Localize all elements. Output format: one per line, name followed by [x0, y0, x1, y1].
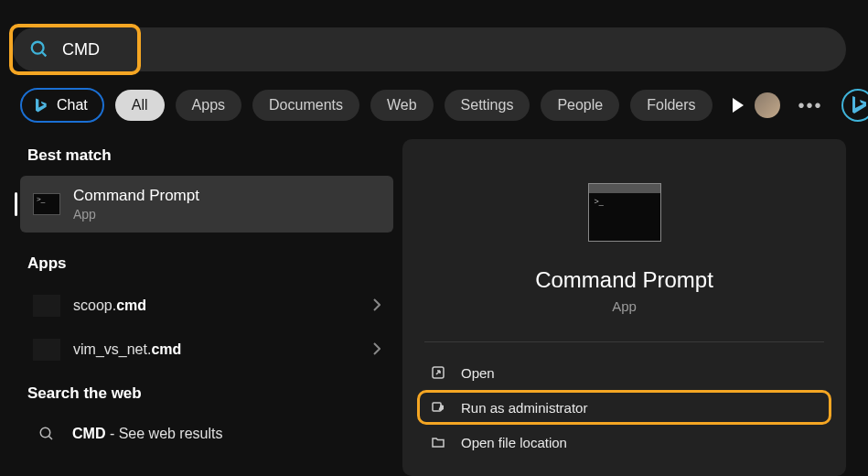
apps-heading: Apps	[20, 254, 393, 273]
preview-title: Command Prompt	[535, 267, 713, 293]
file-icon	[33, 295, 60, 317]
svg-point-0	[32, 42, 44, 54]
svg-line-4	[48, 436, 52, 439]
action-label: Open	[461, 365, 495, 381]
divider	[424, 341, 824, 342]
bing-icon	[31, 96, 49, 114]
chevron-right-icon	[373, 342, 380, 358]
action-open-file-location[interactable]: Open file location	[417, 425, 831, 460]
action-label: Run as administrator	[461, 400, 587, 416]
preview-panel: Command Prompt App Open Run as administr…	[402, 139, 846, 476]
tab-chat-label: Chat	[57, 97, 88, 114]
best-match-subtitle: App	[73, 207, 199, 222]
filter-tabs: Chat All Apps Documents Web Settings Peo…	[20, 88, 848, 123]
open-icon	[430, 364, 446, 381]
bing-chat-icon[interactable]	[841, 89, 868, 122]
file-icon	[33, 339, 60, 361]
tab-web[interactable]: Web	[370, 90, 434, 121]
action-label: Open file location	[461, 435, 567, 450]
web-result-label: CMD - See web results	[72, 426, 380, 442]
best-match-result[interactable]: Command Prompt App	[20, 176, 393, 233]
svg-point-3	[40, 427, 50, 438]
tab-documents[interactable]: Documents	[252, 90, 359, 121]
search-icon	[38, 425, 56, 443]
results-panel: Best match Command Prompt App Apps scoop…	[20, 146, 393, 454]
user-avatar[interactable]	[755, 92, 780, 118]
action-open[interactable]: Open	[417, 355, 831, 390]
command-prompt-icon	[33, 193, 60, 215]
tab-settings[interactable]: Settings	[445, 90, 530, 121]
app-result-label: scoop.cmd	[73, 298, 360, 314]
tab-people[interactable]: People	[541, 90, 619, 121]
command-prompt-large-icon	[588, 183, 661, 242]
best-match-title: Command Prompt	[73, 187, 199, 205]
chevron-right-icon	[373, 298, 380, 314]
more-tabs-arrow-icon[interactable]	[733, 98, 744, 113]
tab-apps[interactable]: Apps	[176, 90, 241, 121]
search-icon	[29, 39, 49, 60]
best-match-heading: Best match	[20, 146, 393, 165]
app-result-label: vim_vs_net.cmd	[73, 341, 360, 358]
app-result-scoop[interactable]: scoop.cmd	[20, 284, 393, 328]
more-options-icon[interactable]: •••	[798, 95, 823, 116]
search-web-heading: Search the web	[20, 384, 393, 403]
app-result-vim[interactable]: vim_vs_net.cmd	[20, 328, 393, 372]
folder-icon	[430, 434, 446, 450]
admin-shield-icon	[430, 399, 446, 416]
tab-all[interactable]: All	[115, 90, 165, 121]
search-input[interactable]	[62, 40, 245, 60]
preview-subtitle: App	[612, 298, 637, 314]
svg-line-1	[42, 52, 47, 57]
tab-chat[interactable]: Chat	[20, 88, 104, 123]
action-run-as-admin[interactable]: Run as administrator	[417, 390, 831, 425]
web-result[interactable]: CMD - See web results	[20, 414, 393, 454]
search-box[interactable]	[13, 27, 846, 71]
tab-folders[interactable]: Folders	[630, 90, 712, 121]
